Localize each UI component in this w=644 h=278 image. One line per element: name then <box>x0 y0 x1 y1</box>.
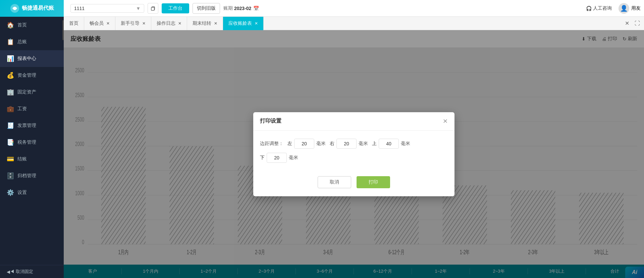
tab-guide[interactable]: 新手引导 ✕ <box>115 17 151 30</box>
sidebar-label-home: 首页 <box>17 22 27 28</box>
sidebar-item-invoice[interactable]: 🧾 发票管理 <box>0 117 64 134</box>
tab-label-oplog: 操作日志 <box>157 20 175 26</box>
margin-left-group: 左 毫米 <box>287 139 326 149</box>
fund-icon: 💰 <box>7 72 14 79</box>
sidebar-item-ledger[interactable]: 📋 总账 <box>0 33 64 50</box>
main-layout: 🏠 首页 📋 总账 📊 报表中心 💰 资金管理 🏢 固定资产 💼 工资 🧾 发票… <box>0 17 644 278</box>
tab-label-home: 首页 <box>69 20 78 26</box>
right-label: 右 <box>330 141 334 147</box>
headset-icon: 🎧 <box>586 6 592 11</box>
top-input[interactable] <box>379 139 399 149</box>
top-header: 畅捷通易代账 1111 ▼ 工作台 切到旧版 账期 2023-02 📅 🎧 人工… <box>0 0 644 17</box>
sidebar-label-salary: 工资 <box>17 106 27 112</box>
sidebar-label-settings: 设置 <box>17 190 27 196</box>
sidebar-item-checkout[interactable]: 💳 结账 <box>0 151 64 167</box>
tab-close-member[interactable]: ✕ <box>106 21 110 26</box>
company-selector[interactable]: 1111 ▼ <box>70 4 144 13</box>
cancel-button[interactable]: 取消 <box>318 176 351 188</box>
sidebar-label-fund: 资金管理 <box>17 72 36 78</box>
margin-label: 边距调整： <box>260 141 283 147</box>
company-dropdown-icon: ▼ <box>136 6 141 11</box>
period-area: 账期 2023-02 📅 <box>223 5 259 11</box>
calendar-icon[interactable]: 📅 <box>253 6 259 11</box>
print-settings-dialog: 打印设置 ✕ 边距调整： 左 毫米 右 <box>253 112 454 196</box>
page-content: 应收账龄表 ⬇ 下载 🖨 打印 ↻ 刷新 <box>64 30 644 278</box>
sidebar-item-archive[interactable]: 🗄️ 归档管理 <box>0 167 64 184</box>
header-right: 🎧 人工咨询 👤 用友 <box>586 3 641 14</box>
tab-home[interactable]: 首页 <box>64 17 84 30</box>
sidebar: 🏠 首页 📋 总账 📊 报表中心 💰 资金管理 🏢 固定资产 💼 工资 🧾 发票… <box>0 17 64 278</box>
margin-right-group: 右 毫米 <box>330 139 368 149</box>
tab-maximize-button[interactable]: ⛶ <box>633 19 641 28</box>
tab-member[interactable]: 畅会员 ✕ <box>84 17 115 30</box>
tab-label-guide: 新手引导 <box>121 20 140 26</box>
tab-aging[interactable]: 应收账龄表 ✕ <box>223 17 264 30</box>
left-label: 左 <box>287 141 292 147</box>
asset-icon: 🏢 <box>7 88 14 96</box>
sidebar-item-home[interactable]: 🏠 首页 <box>0 17 64 33</box>
settings-icon: ⚙️ <box>7 189 14 196</box>
collapse-label: ◀ 取消固定 <box>10 269 33 275</box>
report-icon: 📊 <box>7 55 14 62</box>
copy-button[interactable] <box>148 3 158 14</box>
top-unit: 毫米 <box>401 141 410 147</box>
sidebar-label-archive: 归档管理 <box>17 173 36 179</box>
period-value: 2023-02 <box>234 6 251 11</box>
sidebar-label-asset: 固定资产 <box>17 89 36 95</box>
sidebar-label-tax: 税务管理 <box>17 139 36 145</box>
tab-close-all-button[interactable]: ✕ <box>624 19 631 28</box>
margin-row: 边距调整： 左 毫米 右 毫米 <box>260 139 448 163</box>
period-label: 账期 <box>223 5 233 11</box>
tabs-bar: 首页 畅会员 ✕ 新手引导 ✕ 操作日志 ✕ 期末结转 ✕ 应收账龄表 ✕ <box>64 17 644 30</box>
modal-title: 打印设置 <box>260 118 281 125</box>
right-unit: 毫米 <box>359 141 368 147</box>
modal-close-button[interactable]: ✕ <box>443 118 448 125</box>
tab-period-end[interactable]: 期末结转 ✕ <box>187 17 223 30</box>
bottom-unit: 毫米 <box>289 155 298 161</box>
consult-label: 人工咨询 <box>593 5 612 11</box>
consult-button[interactable]: 🎧 人工咨询 <box>586 5 612 11</box>
sidebar-item-asset[interactable]: 🏢 固定资产 <box>0 84 64 100</box>
print-confirm-button[interactable]: 打印 <box>357 176 390 188</box>
tab-close-guide[interactable]: ✕ <box>142 21 146 26</box>
logo-icon <box>10 3 20 13</box>
salary-icon: 💼 <box>7 105 14 113</box>
svg-rect-1 <box>151 7 154 10</box>
tax-icon: 📑 <box>7 139 14 146</box>
top-label: 上 <box>372 141 377 147</box>
home-icon: 🏠 <box>7 21 14 29</box>
switch-old-button[interactable]: 切到旧版 <box>193 3 220 14</box>
user-avatar: 👤 <box>619 3 629 14</box>
sidebar-item-report[interactable]: 📊 报表中心 <box>0 50 64 67</box>
right-input[interactable] <box>336 139 357 149</box>
tab-close-oplog[interactable]: ✕ <box>178 21 181 26</box>
checkout-icon: 💳 <box>7 155 14 163</box>
modal-body: 边距调整： 左 毫米 右 毫米 <box>253 131 454 171</box>
left-input[interactable] <box>294 139 314 149</box>
tabs-right-actions: ✕ ⛶ <box>624 19 644 28</box>
workbench-button[interactable]: 工作台 <box>162 3 189 13</box>
bottom-input[interactable] <box>267 153 287 163</box>
sidebar-label-checkout: 结账 <box>17 156 27 162</box>
sidebar-item-salary[interactable]: 💼 工资 <box>0 100 64 117</box>
content-area: 首页 畅会员 ✕ 新手引导 ✕ 操作日志 ✕ 期末结转 ✕ 应收账龄表 ✕ <box>64 17 644 278</box>
modal-footer: 取消 打印 <box>253 171 454 196</box>
sidebar-label-invoice: 发票管理 <box>17 123 36 129</box>
sidebar-item-settings[interactable]: ⚙️ 设置 <box>0 184 64 201</box>
sidebar-item-tax[interactable]: 📑 税务管理 <box>0 134 64 151</box>
modal-overlay: 打印设置 ✕ 边距调整： 左 毫米 右 <box>64 30 644 278</box>
tab-oplog[interactable]: 操作日志 ✕ <box>151 17 187 30</box>
archive-icon: 🗄️ <box>7 172 14 180</box>
sidebar-item-fund[interactable]: 💰 资金管理 <box>0 67 64 84</box>
ledger-icon: 📋 <box>7 38 14 46</box>
sidebar-collapse-button[interactable]: ◀ ◀ 取消固定 <box>0 265 64 278</box>
user-label: 用友 <box>631 5 641 11</box>
modal-header: 打印设置 ✕ <box>253 112 454 131</box>
user-area[interactable]: 👤 用友 <box>619 3 641 14</box>
tab-close-aging[interactable]: ✕ <box>255 21 258 26</box>
sidebar-label-report: 报表中心 <box>17 56 36 62</box>
tab-close-period-end[interactable]: ✕ <box>214 21 217 26</box>
margin-bottom-group: 下 毫米 <box>260 153 298 163</box>
logo-area: 畅捷通易代账 <box>0 0 64 17</box>
left-unit: 毫米 <box>316 141 326 147</box>
